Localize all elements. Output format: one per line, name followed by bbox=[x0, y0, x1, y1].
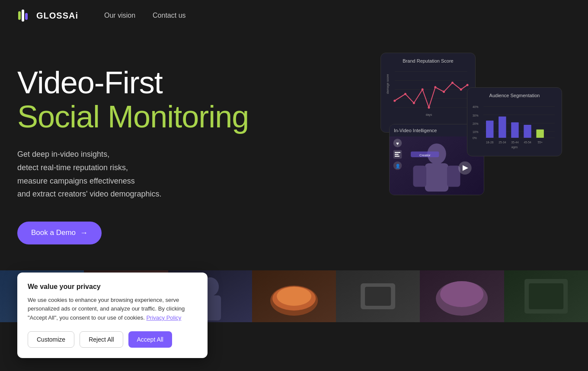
svg-text:days: days bbox=[426, 113, 432, 117]
customize-button[interactable]: Customize bbox=[28, 331, 74, 348]
svg-point-18 bbox=[467, 84, 469, 86]
hero-desc-line1: Get deep in-video insights, bbox=[17, 150, 109, 159]
svg-point-14 bbox=[434, 86, 436, 88]
brand-rep-title: Brand Reputation Score bbox=[386, 58, 470, 63]
svg-rect-73 bbox=[365, 287, 391, 306]
video-thumb-7 bbox=[504, 270, 588, 322]
svg-rect-79 bbox=[529, 283, 563, 309]
audience-chart: 40% 30% 20% 10% 0% bbox=[473, 101, 556, 149]
svg-rect-1 bbox=[22, 10, 24, 22]
brand-rep-chart: damage score bbox=[386, 67, 470, 119]
hero-title-line1: Video-First bbox=[17, 65, 163, 100]
video-thumb-5 bbox=[336, 270, 420, 322]
svg-rect-2 bbox=[25, 13, 28, 20]
book-demo-button[interactable]: Book a Demo → bbox=[17, 222, 102, 244]
svg-text:0%: 0% bbox=[473, 136, 477, 140]
svg-rect-34 bbox=[536, 130, 543, 138]
svg-text:ages: ages bbox=[511, 146, 518, 149]
svg-rect-44 bbox=[413, 166, 427, 187]
nav-contact-us[interactable]: Contact us bbox=[153, 12, 185, 19]
hero-desc-line2: detect real-time reputation risks, bbox=[17, 163, 128, 172]
svg-text:10%: 10% bbox=[473, 130, 479, 133]
svg-text:55+: 55+ bbox=[537, 141, 543, 144]
svg-rect-45 bbox=[447, 166, 460, 187]
svg-rect-31 bbox=[499, 117, 506, 138]
svg-point-76 bbox=[441, 281, 484, 307]
svg-text:Creator: Creator bbox=[419, 153, 431, 157]
hero-desc-line4: and extract creators' video demographics… bbox=[17, 190, 162, 198]
svg-rect-43 bbox=[425, 163, 449, 191]
logo[interactable]: GLOSSAi bbox=[17, 8, 78, 23]
hero-title-line2: Social Monitoring bbox=[17, 99, 249, 134]
svg-point-13 bbox=[428, 106, 430, 108]
svg-point-11 bbox=[413, 102, 415, 104]
svg-rect-51 bbox=[395, 156, 399, 157]
svg-rect-30 bbox=[486, 120, 493, 138]
svg-text:20%: 20% bbox=[473, 122, 479, 125]
video-thumb-4 bbox=[252, 270, 336, 322]
video-thumb-6 bbox=[420, 270, 504, 322]
svg-rect-32 bbox=[511, 122, 518, 138]
svg-text:👤: 👤 bbox=[395, 163, 401, 169]
svg-rect-33 bbox=[524, 125, 531, 138]
navbar: GLOSSAi Our vision Contact us bbox=[0, 0, 588, 31]
dashboard-cards: Brand Reputation Score damage score bbox=[380, 53, 571, 212]
svg-text:♥: ♥ bbox=[396, 141, 399, 146]
hero-description: Get deep in-video insights, detect real-… bbox=[17, 148, 249, 200]
svg-point-16 bbox=[451, 82, 454, 84]
svg-rect-0 bbox=[18, 11, 21, 20]
svg-point-9 bbox=[393, 100, 396, 102]
cookie-body: We use cookies to enhance your browsing … bbox=[28, 296, 197, 323]
svg-text:damage score: damage score bbox=[386, 74, 390, 94]
logo-text: GLOSSAi bbox=[36, 11, 78, 21]
privacy-policy-link[interactable]: Privacy Policy bbox=[146, 314, 181, 321]
svg-point-10 bbox=[404, 93, 406, 95]
svg-point-17 bbox=[460, 89, 462, 91]
audience-seg-card: Audience Segmentation 40% 30% 20% 10% 0% bbox=[467, 87, 562, 156]
audience-seg-title: Audience Segmentation bbox=[473, 93, 556, 98]
svg-point-15 bbox=[443, 91, 445, 93]
svg-text:45-54: 45-54 bbox=[524, 141, 531, 144]
svg-text:25-34: 25-34 bbox=[499, 141, 506, 144]
cookie-buttons: Customize Reject All Accept All bbox=[28, 331, 197, 348]
arrow-right-icon: → bbox=[80, 228, 88, 238]
svg-rect-49 bbox=[395, 152, 400, 153]
brand-rep-card: Brand Reputation Score damage score bbox=[380, 53, 476, 133]
hero-left: Video-First Social Monitoring Get deep i… bbox=[17, 57, 249, 244]
nav-our-vision[interactable]: Our vision bbox=[104, 12, 135, 19]
hero-desc-line3: measure campaigns effectiveness bbox=[17, 177, 135, 185]
cookie-title: We value your privacy bbox=[28, 283, 197, 291]
svg-text:30%: 30% bbox=[473, 114, 479, 117]
accept-all-button[interactable]: Accept All bbox=[128, 331, 172, 348]
svg-point-70 bbox=[277, 287, 311, 306]
nav-links: Our vision Contact us bbox=[104, 12, 186, 19]
svg-rect-50 bbox=[395, 154, 399, 155]
logo-icon bbox=[17, 8, 33, 23]
svg-text:35-44: 35-44 bbox=[511, 141, 519, 144]
reject-all-button[interactable]: Reject All bbox=[80, 331, 123, 348]
svg-text:40%: 40% bbox=[473, 105, 479, 108]
svg-point-12 bbox=[422, 89, 424, 91]
svg-text:18-26: 18-26 bbox=[486, 141, 494, 144]
cookie-banner: We value your privacy We use cookies to … bbox=[17, 273, 208, 358]
book-demo-label: Book a Demo bbox=[31, 228, 76, 237]
hero-section: Video-First Social Monitoring Get deep i… bbox=[0, 31, 588, 262]
